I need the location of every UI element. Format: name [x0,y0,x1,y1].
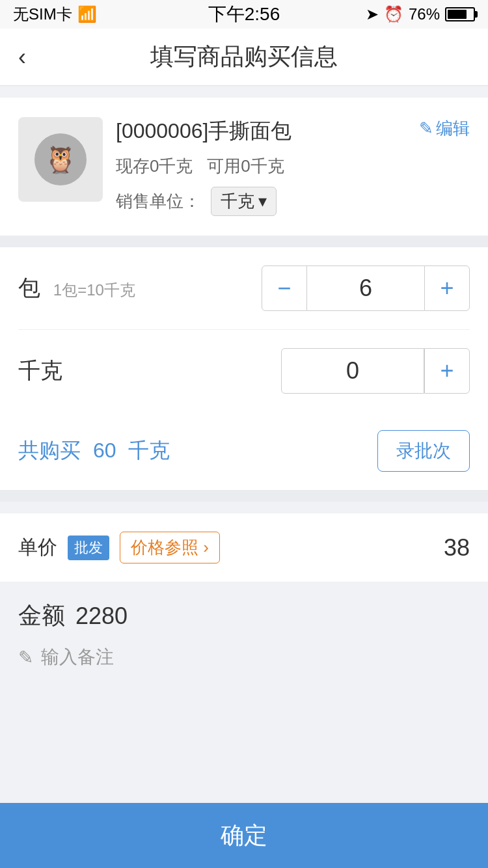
product-logo: 🦉 [34,133,87,185]
edit-icon: ✎ [419,118,433,139]
location-icon: ➤ [366,5,379,23]
amount-section: 金额 2280 ✎ 输入备注 [0,582,488,688]
edit-label: 编辑 [436,117,470,140]
back-button[interactable]: ‹ [18,44,26,71]
quantity-bao-input[interactable] [307,265,424,311]
product-card: 🦉 ✎ 编辑 [0000006]手撕面包 现存0千克 可用0千克 销售单位： 千… [0,98,488,236]
price-label: 单价 [18,534,57,561]
edit-button[interactable]: ✎ 编辑 [419,117,470,140]
unit-select[interactable]: 千克 ▾ [211,187,277,216]
product-stock: 现存0千克 可用0千克 [116,155,470,178]
increase-kg-button[interactable]: + [424,348,470,394]
quantity-kg-input[interactable] [281,348,424,394]
quantity-row-bao: 包 1包=10千克 − + [18,247,470,330]
remark-placeholder: 输入备注 [41,645,114,670]
price-section: 单价 批发 价格参照 › 38 [0,513,488,582]
quantity-control-bao: − + [262,265,470,311]
battery-percent: 76% [409,5,440,23]
summary-section: 共购买 60 千克 录批次 [0,412,488,490]
price-value: 38 [444,534,470,562]
alarm-icon: ⏰ [384,5,403,23]
quantity-section: 包 1包=10千克 − + 千克 + [0,247,488,412]
unit-value: 千克 [221,190,254,213]
dropdown-icon: ▾ [258,191,267,211]
quantity-label-bao: 包 1包=10千克 [18,273,135,303]
section-divider-2 [0,490,488,502]
carrier-label: 无SIM卡 [13,4,72,25]
owl-icon: 🦉 [44,144,77,175]
product-image: 🦉 [18,117,103,202]
decrease-bao-button[interactable]: − [262,265,307,311]
status-bar: 无SIM卡 📶 下午2:56 ➤ ⏰ 76% [0,0,488,29]
price-ref-button[interactable]: 价格参照 › [120,532,220,563]
time-label: 下午2:56 [208,2,280,27]
record-batch-button[interactable]: 录批次 [377,430,470,472]
quantity-label-kg: 千克 [18,356,62,386]
amount-label: 金额 [18,600,65,632]
remark-icon: ✎ [18,647,33,668]
section-divider-1 [0,236,488,247]
quantity-control-kg: + [281,348,470,394]
status-left: 无SIM卡 📶 [13,4,97,25]
product-unit: 销售单位： 千克 ▾ [116,187,470,216]
remark-row[interactable]: ✎ 输入备注 [18,645,470,670]
product-info: ✎ 编辑 [0000006]手撕面包 现存0千克 可用0千克 销售单位： 千克 … [116,117,470,216]
product-name: [0000006]手撕面包 [116,117,470,146]
price-badge: 批发 [68,536,109,560]
nav-bar: ‹ 填写商品购买信息 [0,29,488,86]
amount-row: 金额 2280 [18,600,470,632]
page-title: 填写商品购买信息 [150,41,338,73]
quantity-row-kg: 千克 + [18,330,470,412]
increase-bao-button[interactable]: + [424,265,470,311]
status-right: ➤ ⏰ 76% [366,5,475,23]
confirm-button[interactable]: 确定 [0,803,488,868]
amount-value: 2280 [75,603,128,630]
wifi-icon: 📶 [77,5,97,23]
battery-icon [445,7,475,21]
summary-text: 共购买 60 千克 [18,437,170,465]
